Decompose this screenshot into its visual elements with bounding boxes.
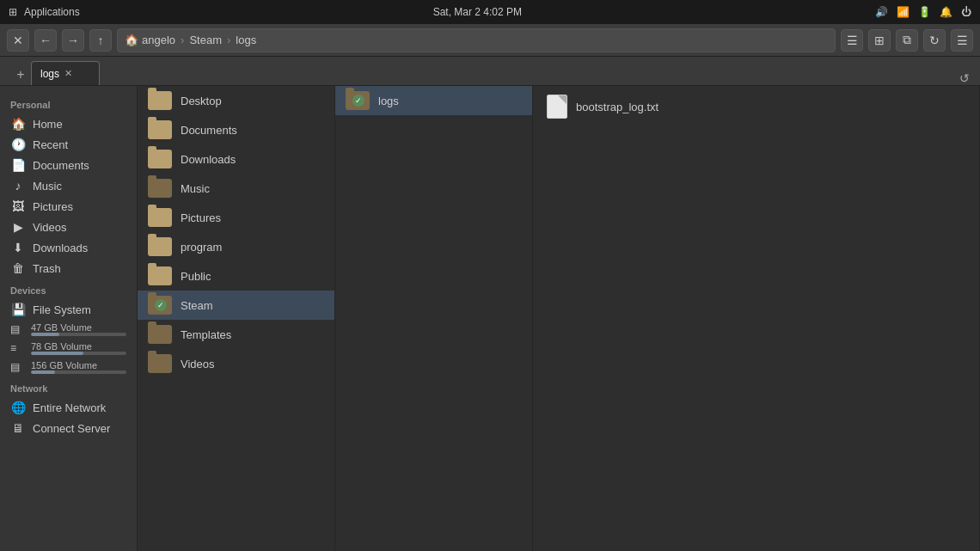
toolbar: ✕ ← → ↑ 🏠 angelo › Steam › logs ☰ ⊞ ⧉ ↻ … bbox=[0, 24, 980, 57]
sidebar-trash-label: Trash bbox=[33, 262, 61, 275]
menu-button[interactable]: ☰ bbox=[951, 29, 973, 52]
sidebar-item-videos[interactable]: ▶ Videos bbox=[0, 217, 137, 237]
panel-steam-content: ✓ logs bbox=[335, 86, 532, 551]
sidebar-item-music[interactable]: ♪ Music bbox=[0, 175, 137, 196]
file-bootstrap-log-label: bootstrap_log.txt bbox=[576, 101, 658, 113]
breadcrumb: 🏠 angelo › Steam › logs bbox=[117, 28, 836, 52]
sidebar-item-home[interactable]: 🏠 Home bbox=[0, 113, 137, 134]
refresh-button[interactable]: ↻ bbox=[923, 29, 946, 52]
folder-logs[interactable]: ✓ logs bbox=[335, 86, 532, 115]
tab-bar: + logs ✕ ↺ bbox=[0, 57, 980, 86]
folder-templates-icon bbox=[148, 325, 172, 344]
sidebar-item-connect-server[interactable]: 🖥 Connect Server bbox=[0, 418, 137, 438]
folder-desktop[interactable]: Desktop bbox=[138, 86, 334, 115]
breadcrumb-angelo[interactable]: angelo bbox=[142, 34, 175, 46]
vol156-bar bbox=[31, 370, 55, 374]
sidebar-pictures-label: Pictures bbox=[33, 200, 73, 213]
folder-desktop-icon bbox=[148, 91, 172, 110]
pictures-icon: 🖼 bbox=[10, 199, 26, 213]
trash-icon: 🗑 bbox=[10, 261, 26, 275]
folder-documents[interactable]: Documents bbox=[138, 115, 334, 144]
panel-steam-contents: ✓ logs bbox=[335, 86, 533, 551]
sidebar-section-personal: Personal bbox=[0, 93, 137, 113]
vol47-bar bbox=[31, 333, 59, 336]
system-bar: ⊞ Applications Sat, Mar 2 4:02 PM 🔊 📶 🔋 … bbox=[0, 0, 980, 24]
folder-videos[interactable]: Videos bbox=[138, 349, 334, 378]
sidebar-item-pictures[interactable]: 🖼 Pictures bbox=[0, 196, 137, 217]
system-bar-right: 🔊 📶 🔋 🔔 ⏻ bbox=[875, 6, 971, 18]
panel-folders: Desktop Documents Downloads Music Pictur… bbox=[138, 86, 335, 551]
folder-music[interactable]: Music bbox=[138, 174, 334, 203]
folder-videos-label: Videos bbox=[181, 358, 215, 370]
folder-videos-icon bbox=[148, 354, 172, 373]
folder-program[interactable]: program bbox=[138, 232, 334, 261]
vol47-bar-container bbox=[31, 333, 126, 336]
sidebar-item-entire-network[interactable]: 🌐 Entire Network bbox=[0, 397, 137, 418]
file-bootstrap-log-icon bbox=[547, 95, 567, 119]
home-icon: 🏠 bbox=[10, 117, 26, 131]
sidebar-item-vol156[interactable]: ▤ 156 GB Volume bbox=[0, 358, 137, 377]
sidebar-filesystem-label: File System bbox=[33, 303, 91, 316]
wifi-icon: 📶 bbox=[897, 6, 910, 18]
datetime: Sat, Mar 2 4:02 PM bbox=[433, 6, 522, 18]
breadcrumb-steam[interactable]: Steam bbox=[189, 34, 222, 46]
folder-desktop-label: Desktop bbox=[181, 95, 222, 107]
sidebar-item-vol78[interactable]: ≡ 78 GB Volume bbox=[0, 339, 137, 358]
sidebar-item-filesystem[interactable]: 💾 File System bbox=[0, 299, 137, 320]
tab-logs-label: logs bbox=[40, 68, 59, 80]
breadcrumb-logs[interactable]: logs bbox=[236, 34, 256, 46]
panel-logs-contents: bootstrap_log.txt bbox=[533, 86, 980, 551]
tab-history-button[interactable]: ↺ bbox=[956, 71, 973, 85]
up-button[interactable]: ↑ bbox=[89, 29, 112, 52]
vol78-bar-container bbox=[31, 352, 126, 355]
tab-logs[interactable]: logs ✕ bbox=[31, 61, 100, 85]
forward-button[interactable]: → bbox=[62, 29, 84, 52]
folder-music-label: Music bbox=[181, 182, 210, 195]
sidebar-item-vol47[interactable]: ▤ 47 GB Volume bbox=[0, 320, 137, 339]
vol156-label: 156 GB Volume bbox=[31, 360, 126, 370]
tab-add-button[interactable]: + bbox=[10, 64, 31, 85]
notification-icon[interactable]: 🔔 bbox=[940, 6, 952, 18]
panel-logs-content: bootstrap_log.txt bbox=[533, 86, 979, 551]
file-bootstrap-log[interactable]: bootstrap_log.txt bbox=[533, 86, 979, 127]
volume-icon: 🔊 bbox=[875, 6, 888, 18]
sidebar-documents-label: Documents bbox=[33, 159, 89, 172]
logs-check-badge: ✓ bbox=[352, 95, 364, 107]
sidebar-music-label: Music bbox=[33, 180, 62, 193]
sidebar-item-trash[interactable]: 🗑 Trash bbox=[0, 258, 137, 279]
folder-downloads[interactable]: Downloads bbox=[138, 144, 334, 174]
toolbar-right: ↻ ☰ bbox=[923, 29, 973, 52]
sidebar-item-recent[interactable]: 🕐 Recent bbox=[0, 134, 137, 155]
folder-templates-label: Templates bbox=[181, 328, 231, 341]
videos-icon: ▶ bbox=[10, 220, 26, 234]
view-grid-button[interactable]: ⊞ bbox=[868, 29, 891, 52]
breadcrumb-sep2: › bbox=[227, 34, 230, 46]
folder-pictures-icon bbox=[148, 208, 172, 227]
folder-documents-label: Documents bbox=[181, 124, 237, 137]
steam-check-badge: ✓ bbox=[155, 299, 167, 311]
folder-pictures[interactable]: Pictures bbox=[138, 203, 334, 232]
breadcrumb-sep1: › bbox=[181, 34, 184, 46]
vol78-label: 78 GB Volume bbox=[31, 341, 126, 352]
folder-public-label: Public bbox=[181, 270, 211, 283]
folder-documents-icon bbox=[148, 120, 172, 139]
documents-icon: 📄 bbox=[10, 158, 26, 172]
folder-steam[interactable]: ✓ Steam bbox=[138, 291, 334, 320]
folder-program-icon bbox=[148, 237, 172, 256]
close-button[interactable]: ✕ bbox=[7, 29, 29, 52]
view-columns-button[interactable]: ⧉ bbox=[896, 29, 918, 52]
vol156-bar-container bbox=[31, 370, 126, 374]
sidebar-item-downloads[interactable]: ⬇ Downloads bbox=[0, 237, 137, 258]
sidebar-home-label: Home bbox=[33, 118, 63, 131]
panels-area: Desktop Documents Downloads Music Pictur… bbox=[138, 86, 980, 551]
folder-templates[interactable]: Templates bbox=[138, 320, 334, 349]
system-bar-center: Sat, Mar 2 4:02 PM bbox=[433, 6, 522, 18]
tab-logs-close[interactable]: ✕ bbox=[64, 68, 72, 79]
sidebar-item-documents[interactable]: 📄 Documents bbox=[0, 155, 137, 175]
view-list-button[interactable]: ☰ bbox=[841, 29, 863, 52]
back-button[interactable]: ← bbox=[34, 29, 57, 52]
folder-public[interactable]: Public bbox=[138, 261, 334, 291]
power-icon[interactable]: ⏻ bbox=[961, 6, 971, 18]
sidebar-server-label: Connect Server bbox=[33, 422, 110, 435]
battery-icon: 🔋 bbox=[918, 6, 931, 18]
